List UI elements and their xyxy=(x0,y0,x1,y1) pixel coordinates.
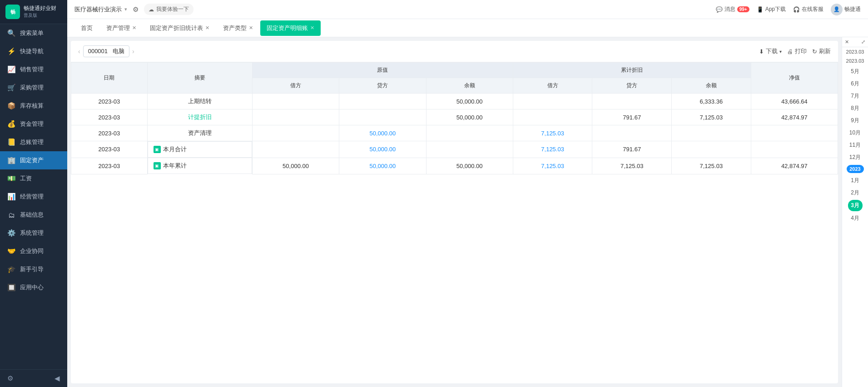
sidebar-item-purchase[interactable]: 🛒 采购管理 xyxy=(0,79,67,97)
main-content: 医疗器械行业演示 ▾ ⚙ ☁ 我要体验一下 💬 消息 99+ 📱 App下载 🎧… xyxy=(67,0,868,387)
th-orig-balance: 余额 xyxy=(426,78,513,94)
sales-icon: 📈 xyxy=(7,65,15,74)
sidebar-item-sales[interactable]: 📈 销售管理 xyxy=(0,60,67,79)
sidebar-item-system[interactable]: ⚙️ 系统管理 xyxy=(0,224,67,242)
cell-net-value xyxy=(751,141,838,158)
refresh-button[interactable]: ↻ 刷新 xyxy=(812,47,831,55)
sidebar-item-basic[interactable]: 🗂 基础信息 xyxy=(0,206,67,224)
cell-summary: 上期结转 xyxy=(147,94,252,109)
cell-acc-credit xyxy=(592,125,672,141)
timeline-month-item[interactable]: 12月 xyxy=(842,151,868,164)
sidebar-item-app[interactable]: 🔲 应用中心 xyxy=(0,278,67,297)
timeline-month-item[interactable]: 7月 xyxy=(842,90,868,102)
sidebar-item-ledger[interactable]: 📒 总账管理 xyxy=(0,133,67,151)
sidebar-item-fixed[interactable]: 🏢 固定资产 xyxy=(0,151,67,169)
cell-net-value: 43,666.64 xyxy=(751,94,838,109)
panel-expand-button[interactable]: ⤢ xyxy=(861,39,865,45)
notification-icon: 💬 xyxy=(716,6,723,13)
salary-icon: 💵 xyxy=(7,174,15,183)
logo-sub: 普及版 xyxy=(24,12,56,19)
close-icon[interactable]: ✕ xyxy=(132,25,136,31)
close-icon[interactable]: ✕ xyxy=(249,25,253,31)
close-icon[interactable]: ✕ xyxy=(205,25,209,31)
experience-button[interactable]: ☁ 我要体验一下 xyxy=(144,4,193,15)
cell-orig-debit xyxy=(252,109,339,125)
cell-summary[interactable]: 计提折旧 xyxy=(147,109,252,125)
cell-acc-debit: 7,125.03 xyxy=(513,141,592,158)
sidebar-item-quicknav[interactable]: ⚡ 快捷导航 xyxy=(0,42,67,60)
panel-close-button[interactable]: ✕ xyxy=(845,39,849,45)
asset-nav: ‹ 000001 电脑 › xyxy=(78,45,134,57)
right-panel: ✕ ⤢ 2023.032023.035月6月7月8月9月10月11月12月202… xyxy=(842,37,868,387)
close-icon[interactable]: ✕ xyxy=(310,25,314,31)
print-button[interactable]: 🖨 打印 xyxy=(787,47,807,55)
prev-asset-button[interactable]: ‹ xyxy=(78,48,80,55)
sidebar-item-guide[interactable]: 🎓 新手引导 xyxy=(0,260,67,278)
timeline-month-item[interactable]: 10月 xyxy=(842,127,868,139)
sidebar-bottom: ⚙ ◀ xyxy=(0,369,67,387)
app-icon: 🔲 xyxy=(7,283,15,292)
sidebar-item-ops[interactable]: 📊 经营管理 xyxy=(0,188,67,206)
cell-orig-balance: 50,000.00 xyxy=(426,109,513,125)
next-asset-button[interactable]: › xyxy=(132,48,134,55)
timeline-month-item[interactable]: 4月 xyxy=(842,212,868,224)
timeline-month-item[interactable]: 11月 xyxy=(842,139,868,151)
company-name: 医疗器械行业演示 xyxy=(74,5,122,14)
download-button[interactable]: ⬇ 下载 ▾ xyxy=(759,47,782,55)
timeline-month-item[interactable]: 5月 xyxy=(842,65,868,78)
cell-date: 2023-03 xyxy=(71,94,148,109)
th-accumulated: 累计折旧 xyxy=(513,63,751,78)
timeline-month-item[interactable]: 3月 xyxy=(848,200,863,211)
settings-icon[interactable]: ⚙ xyxy=(7,374,13,382)
timeline-month-item[interactable]: 1月 xyxy=(842,174,868,187)
chevron-down-icon: ▾ xyxy=(779,49,782,54)
company-selector[interactable]: 医疗器械行业演示 ▾ xyxy=(74,5,127,14)
collapse-icon[interactable]: ◀ xyxy=(55,374,60,382)
sidebar-item-inventory[interactable]: 📦 库存核算 xyxy=(0,97,67,115)
cell-orig-debit xyxy=(252,94,339,109)
topbar-settings-icon[interactable]: ⚙ xyxy=(133,5,139,14)
sidebar-item-label: 快捷导航 xyxy=(20,47,44,55)
topbar-left: 医疗器械行业演示 ▾ ⚙ ☁ 我要体验一下 xyxy=(74,4,193,15)
th-acc-credit: 贷方 xyxy=(592,78,672,94)
sidebar-item-search[interactable]: 🔍 搜索菜单 xyxy=(0,24,67,42)
sidebar-item-collab[interactable]: 🤝 企业协同 xyxy=(0,242,67,260)
th-orig-debit: 借方 xyxy=(252,78,339,94)
avatar: 👤 xyxy=(831,4,843,15)
notification-button[interactable]: 💬 消息 99+ xyxy=(716,5,749,13)
th-orig-credit: 贷方 xyxy=(339,78,426,94)
table-row: 2023-03 上期结转 50,000.00 6,333.36 43,666.6… xyxy=(71,94,838,109)
cell-orig-credit: 50,000.00 xyxy=(339,125,426,141)
sidebar-item-label: 基础信息 xyxy=(20,211,44,219)
sidebar-item-label: 销售管理 xyxy=(20,65,44,74)
cell-summary[interactable]: ▣ 本年累计 xyxy=(148,158,252,174)
topbar: 医疗器械行业演示 ▾ ⚙ ☁ 我要体验一下 💬 消息 99+ 📱 App下载 🎧… xyxy=(67,0,868,19)
cell-orig-balance: 50,000.00 xyxy=(426,94,513,109)
timeline-month-item[interactable]: 9月 xyxy=(842,114,868,127)
tab-detail[interactable]: 固定资产明细账 ✕ xyxy=(260,20,321,36)
tab-home[interactable]: 首页 xyxy=(74,20,99,36)
timeline-month-item[interactable]: 8月 xyxy=(842,102,868,114)
tab-depreciation[interactable]: 固定资产折旧统计表 ✕ xyxy=(144,20,216,36)
th-date: 日期 xyxy=(71,63,148,94)
cell-summary[interactable]: ▣ 本月合计 xyxy=(148,141,252,158)
sidebar-item-label: 固定资产 xyxy=(20,156,44,164)
sidebar-item-capital[interactable]: 💰 资金管理 xyxy=(0,115,67,133)
timeline-list: 2023.032023.035月6月7月8月9月10月11月12月20231月2… xyxy=(842,47,868,224)
logo-name: 畅捷通好业财 xyxy=(24,5,56,12)
sidebar-item-salary[interactable]: 💵 工资 xyxy=(0,169,67,188)
notification-badge: 99+ xyxy=(737,6,749,12)
cell-acc-debit xyxy=(513,94,592,109)
sub-actions: ⬇ 下载 ▾ 🖨 打印 ↻ 刷新 xyxy=(759,47,831,55)
timeline-year-badge[interactable]: 2023 xyxy=(847,165,864,173)
tab-asset-type[interactable]: 资产类型 ✕ xyxy=(217,20,259,36)
chevron-down-icon: ▾ xyxy=(124,6,127,12)
tab-asset-mgmt[interactable]: 资产管理 ✕ xyxy=(100,20,143,36)
customer-service-button[interactable]: 🎧 在线客服 xyxy=(793,5,823,13)
timeline-month-item[interactable]: 2月 xyxy=(842,187,868,199)
cell-orig-balance: 50,000.00 xyxy=(426,158,513,174)
sidebar-item-label: 资金管理 xyxy=(20,120,44,128)
user-profile[interactable]: 👤 畅捷通 xyxy=(831,4,861,15)
timeline-month-item[interactable]: 6月 xyxy=(842,78,868,90)
app-download-button[interactable]: 📱 App下载 xyxy=(757,5,786,13)
